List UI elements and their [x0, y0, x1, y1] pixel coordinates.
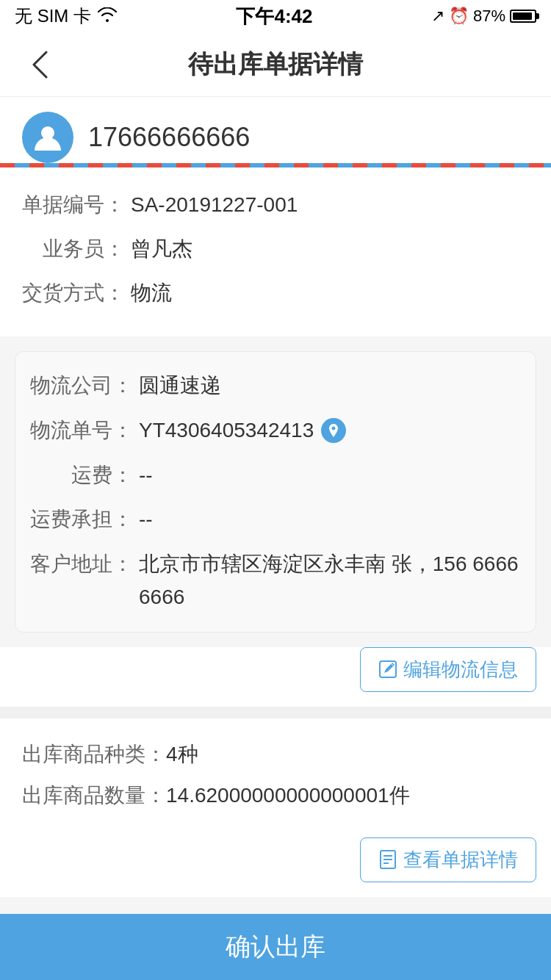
customer-section: 17666666666 [0, 97, 551, 163]
freight-bear-row: 运费承担： -- [30, 503, 521, 536]
document-no-value: SA-20191227-001 [131, 190, 529, 220]
freight-label: 运费： [30, 459, 133, 492]
battery-icon [510, 10, 536, 23]
company-value: 圆通速递 [139, 370, 521, 403]
freight-bear-label: 运费承担： [30, 503, 133, 536]
view-detail-label: 查看单据详情 [403, 847, 518, 873]
salesman-value: 曾凡杰 [131, 234, 529, 264]
goods-types-label: 出库商品种类： [22, 741, 166, 768]
tracking-label: 物流单号： [30, 414, 133, 447]
location-status-icon: ↗ [431, 7, 444, 26]
tracking-row: 物流单号： YT4306405342413 [30, 414, 521, 447]
edit-btn-label: 编辑物流信息 [403, 657, 518, 682]
address-label: 客户地址： [30, 548, 133, 581]
battery-percent: 87% [473, 7, 505, 26]
document-no-row: 单据编号： SA-20191227-001 [22, 190, 529, 220]
company-label: 物流公司： [30, 370, 133, 403]
freight-bear-value: -- [139, 503, 521, 536]
status-time: 下午4:42 [236, 4, 312, 29]
goods-quantity-value: 14.62000000000000001件 [166, 782, 410, 810]
map-pin-icon[interactable] [321, 418, 346, 443]
logistics-card: 物流公司： 圆通速递 物流单号： YT4306405342413 运费： -- … [15, 351, 536, 633]
alarm-icon: ⏰ [449, 7, 469, 26]
document-icon [378, 850, 397, 869]
status-bar: 无 SIM 卡 下午4:42 ↗ ⏰ 87% [0, 0, 551, 32]
goods-quantity-row: 出库商品数量： 14.62000000000000001件 [22, 782, 529, 810]
person-icon [32, 121, 64, 154]
goods-section: 出库商品种类： 4种 出库商品数量： 14.62000000000000001件 [0, 718, 551, 837]
goods-quantity-label: 出库商品数量： [22, 782, 166, 810]
tracking-value: YT4306405342413 [139, 414, 521, 447]
goods-types-row: 出库商品种类： 4种 [22, 741, 529, 768]
address-value: 北京市市辖区海淀区永丰南 张，156 6666 6666 [139, 548, 521, 614]
avatar [22, 112, 73, 163]
page-title: 待出库单据详情 [188, 48, 363, 82]
status-left: 无 SIM 卡 [15, 4, 118, 28]
section-divider [0, 707, 551, 718]
view-detail-button[interactable]: 查看单据详情 [360, 837, 536, 882]
nav-bar: 待出库单据详情 [0, 32, 551, 97]
company-row: 物流公司： 圆通速递 [30, 370, 521, 403]
back-button[interactable] [18, 43, 62, 87]
freight-row: 运费： -- [30, 459, 521, 492]
edit-logistics-button[interactable]: 编辑物流信息 [360, 647, 536, 692]
info-section: 单据编号： SA-20191227-001 业务员： 曾凡杰 交货方式： 物流 [0, 167, 551, 336]
customer-phone: 17666666666 [88, 122, 250, 153]
salesman-label: 业务员： [22, 234, 125, 264]
salesman-row: 业务员： 曾凡杰 [22, 234, 529, 264]
goods-types-value: 4种 [166, 741, 198, 768]
confirm-button[interactable]: 确认出库 [0, 914, 551, 980]
delivery-row: 交货方式： 物流 [22, 278, 529, 309]
edit-icon [378, 660, 397, 679]
edit-btn-row: 编辑物流信息 [0, 647, 551, 707]
delivery-label: 交货方式： [22, 278, 125, 309]
confirm-button-label: 确认出库 [226, 930, 325, 964]
status-right: ↗ ⏰ 87% [431, 7, 536, 26]
address-row: 客户地址： 北京市市辖区海淀区永丰南 张，156 6666 6666 [30, 548, 521, 614]
wifi-icon [97, 6, 118, 26]
freight-value: -- [139, 459, 521, 492]
view-btn-row: 查看单据详情 [0, 837, 551, 897]
delivery-value: 物流 [131, 278, 529, 309]
document-no-label: 单据编号： [22, 190, 125, 220]
carrier-text: 无 SIM 卡 [15, 4, 91, 28]
